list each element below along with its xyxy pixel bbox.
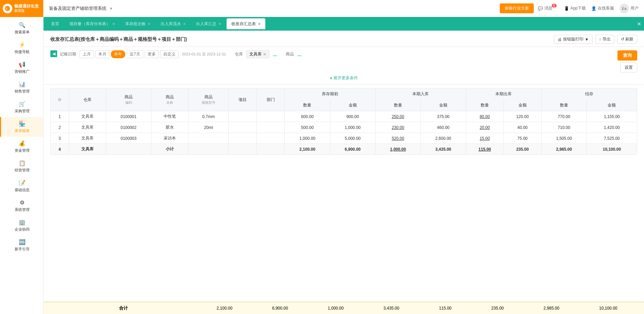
msg-label: 消息 [544, 5, 552, 11]
sidebar-item-search[interactable]: 🔍 搜索菜单 [0, 18, 43, 38]
table-settings-icon[interactable]: ⚙ [58, 97, 62, 102]
collapse-icon[interactable]: ◀ [50, 50, 57, 57]
sidebar-item-inventory[interactable]: 🏪 库存核算 [0, 117, 43, 137]
footer-open-qty: 2,100.00 [216, 306, 232, 311]
tab-inventory-dist[interactable]: 现存量（库存分布表） ✕ [65, 18, 120, 29]
row1-in-qty[interactable]: 250.00 [375, 111, 420, 122]
row4-out-qty-link[interactable]: 115.00 [479, 147, 491, 152]
app-download-action[interactable]: 📱 App下载 [564, 5, 586, 11]
row4-close-qty: 2,985.00 [541, 144, 587, 155]
row1-in-amt: 375.00 [420, 111, 466, 122]
row3-out-qty[interactable]: 15.00 [466, 133, 504, 144]
col-close-qty-header: 数量 [541, 100, 587, 111]
row2-out-qty-link[interactable]: 20.00 [480, 125, 490, 130]
query-button[interactable]: 查询 [617, 50, 637, 61]
filter-controls: 记账日期 上月 本月 本年 近7天 更多 自定义 2023-01-01 至 20… [60, 50, 615, 58]
row4-out-qty[interactable]: 115.00 [466, 144, 504, 155]
sidebar-item-purchase[interactable]: 🛒 采购管理 [0, 97, 43, 117]
footer-out-qty: 115.00 [439, 306, 452, 311]
tab-inout-flow-close[interactable]: ✕ [183, 22, 186, 26]
row1-out-qty-link[interactable]: 80.00 [480, 114, 490, 119]
user-action[interactable]: Ea 用户 [620, 4, 639, 13]
refresh-button[interactable]: ↺ 刷新 [617, 35, 637, 44]
settings-dropdown[interactable]: ▼ [109, 6, 113, 11]
row3-in-qty-link[interactable]: 520.00 [392, 136, 404, 141]
row2-out-qty[interactable]: 20.00 [466, 122, 504, 133]
goods-dots[interactable]: ... [297, 52, 301, 57]
close-all-tabs[interactable]: ✕ [637, 21, 641, 27]
table-body: 1 文具库 0100001 中性笔 0.7mm 600.00 900.00 25… [51, 111, 637, 155]
warehouse-dots[interactable]: ... [273, 52, 277, 57]
try-button[interactable]: 体验行业方案 [500, 3, 534, 13]
row3-in-amt: 2,600.00 [420, 133, 466, 144]
row1-in-qty-link[interactable]: 250.00 [392, 114, 404, 119]
date-this-month[interactable]: 本月 [95, 50, 110, 58]
date-last-month[interactable]: 上月 [80, 50, 94, 58]
row2-close-amt: 1,420.00 [587, 122, 637, 133]
online-service-action[interactable]: 👤 在线客服 [591, 5, 614, 11]
export-button[interactable]: ↑ 导出 [595, 35, 614, 44]
row4-in-qty-link[interactable]: 1,000.00 [390, 147, 406, 152]
sidebar-item-guide[interactable]: 🆕 新手引导 [0, 235, 43, 255]
tab-receive-summary[interactable]: 收发存汇总表 ✕ [227, 18, 265, 29]
row4-in-amt: 3,435.00 [420, 144, 466, 155]
table-wrapper: ⚙ 仓库 商品编码 商品名称 商品规格型号 项目 部门 [44, 88, 644, 162]
logo-icon: 6 [3, 4, 12, 13]
row4-no: 4 [51, 144, 69, 155]
sidebar-item-operations[interactable]: 📋 经营管理 [0, 156, 43, 176]
row3-name: 采访本 [151, 133, 188, 144]
sidebar-item-enterprise[interactable]: 🏢 企业协同 [0, 216, 43, 235]
sidebar-item-marketing[interactable]: 📢 营销推广 [0, 58, 43, 78]
col-out-qty-header: 数量 [466, 100, 504, 111]
logo-title: 畅捷通好生意 [14, 4, 39, 9]
col-warehouse-header: 仓库 [69, 88, 106, 111]
tab-inout-summary-close[interactable]: ✕ [218, 22, 221, 26]
message-action[interactable]: 💬 消息 6 [538, 5, 559, 11]
row2-in-qty[interactable]: 230.00 [375, 122, 420, 133]
warehouse-label: 仓库 [235, 51, 243, 57]
sidebar-item-system[interactable]: ⚙ 系统管理 [0, 196, 43, 216]
sidebar-item-sales[interactable]: 📊 销售管理 [0, 78, 43, 97]
row2-in-qty-link[interactable]: 230.00 [392, 125, 404, 130]
row2-close-qty: 710.00 [541, 122, 587, 133]
set-button[interactable]: 设置 [620, 63, 637, 72]
row1-out-qty[interactable]: 80.00 [466, 111, 504, 122]
col-settings[interactable]: ⚙ [51, 88, 69, 111]
date-this-year[interactable]: 本年 [111, 50, 125, 58]
tab-inout-flow[interactable]: 出入库流水 ✕ [156, 18, 191, 29]
row4-spec [188, 144, 229, 155]
row4-in-qty[interactable]: 1,000.00 [375, 144, 420, 155]
row4-open-qty: 2,100.00 [285, 144, 330, 155]
sidebar-item-basic[interactable]: 📝 基础信息 [0, 176, 43, 196]
header-actions: 💬 消息 6 📱 App下载 👤 在线客服 Ea 用户 [538, 4, 639, 13]
date-custom[interactable]: 自定义 [160, 50, 179, 58]
row3-out-qty-link[interactable]: 15.00 [480, 136, 490, 141]
tab-batch[interactable]: 库存批次账 ✕ [120, 18, 155, 29]
tab-home[interactable]: 首页 [46, 18, 64, 29]
sidebar-menu: 🔍 搜索菜单 ⚡ 快捷导航 📢 营销推广 📊 销售管理 🛒 采购管理 🏪 库存核… [0, 17, 43, 314]
export-icon: ↑ [599, 37, 601, 42]
tab-batch-close[interactable]: ✕ [148, 22, 150, 26]
warehouse-tag-close[interactable]: ✕ [263, 52, 266, 57]
tab-inventory-dist-close[interactable]: ✕ [112, 22, 115, 26]
row4-project [229, 144, 257, 155]
date-more[interactable]: 更多 [145, 50, 159, 58]
print-button[interactable]: 🖨 按钮版打印 ▼ [554, 35, 593, 44]
row3-close-qty: 1,505.00 [541, 133, 587, 144]
filter-section: ◀ 记账日期 上月 本月 本年 近7天 更多 自定义 2023-01-01 至 … [44, 47, 644, 85]
expand-button[interactable]: ▾ 展开更多条件 [330, 75, 358, 81]
tab-receive-summary-close[interactable]: ✕ [258, 22, 261, 26]
date-7days[interactable]: 近7天 [127, 50, 143, 58]
system-title-area: 装备及固定资产辅助管理系统 ▼ [49, 5, 496, 12]
sidebar-item-finance[interactable]: 💰 资金管理 [0, 137, 43, 156]
sidebar-item-quick[interactable]: ⚡ 快捷导航 [0, 38, 43, 58]
main-area: 装备及固定资产辅助管理系统 ▼ 体验行业方案 💬 消息 6 📱 App下载 👤 … [44, 0, 644, 314]
row3-in-qty[interactable]: 520.00 [375, 133, 420, 144]
export-label: 导出 [602, 36, 611, 42]
search-icon: 🔍 [19, 22, 26, 28]
header-row-1: ⚙ 仓库 商品编码 商品名称 商品规格型号 项目 部门 [51, 88, 637, 100]
row1-dept [257, 111, 285, 122]
tab-inout-summary[interactable]: 出入库汇总 ✕ [191, 18, 226, 29]
operations-icon: 📋 [19, 160, 26, 166]
page-header: 收发存汇总表(按仓库＋商品编码＋商品＋规格型号＋项目＋部门) 🖨 按钮版打印 ▼… [44, 31, 644, 47]
